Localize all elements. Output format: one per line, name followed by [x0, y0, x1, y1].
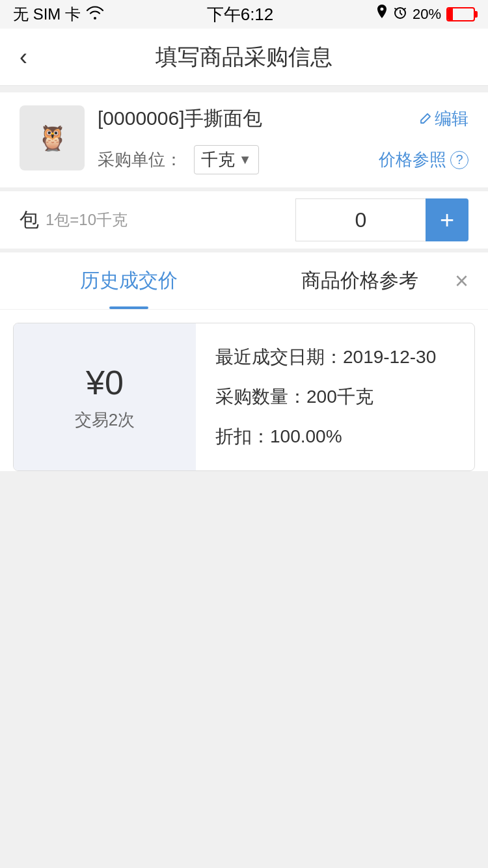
edit-button[interactable]: 编辑	[418, 107, 468, 130]
recent-date-value: 2019-12-30	[343, 347, 436, 367]
price-detail-discount: 折扣：100.00%	[215, 422, 455, 452]
product-thumbnail: 🦉	[20, 105, 85, 170]
unit-select[interactable]: 千克 ▼	[194, 145, 259, 174]
quantity-row: 包 1包=10千克 +	[0, 191, 488, 249]
edit-icon	[418, 112, 432, 126]
price-times: 交易2次	[75, 409, 135, 431]
unit-dropdown-arrow: ▼	[239, 152, 252, 167]
price-card-left: ¥0 交易2次	[14, 323, 196, 470]
tabs-header: 历史成交价 商品价格参考 ×	[0, 252, 488, 310]
status-bar-left: 无 SIM 卡	[13, 4, 104, 25]
quantity-plus-button[interactable]: +	[426, 198, 468, 241]
battery-percent: 20%	[413, 6, 441, 23]
tab-close-button[interactable]: ×	[448, 261, 475, 301]
product-unit-row: 采购单位： 千克 ▼ 价格参照 ?	[98, 145, 468, 174]
product-name: [0000006]手撕面包	[98, 105, 262, 132]
tab-history-price[interactable]: 历史成交价	[13, 252, 244, 309]
product-thumbnail-icon: 🦉	[37, 126, 68, 150]
back-button[interactable]: ‹	[13, 37, 34, 77]
bottom-area	[0, 471, 488, 861]
price-card: ¥0 交易2次 最近成交日期：2019-12-30 采购数量：200千克 折扣：…	[13, 323, 475, 471]
discount-value: 100.00%	[270, 426, 342, 446]
quantity-input[interactable]	[295, 198, 426, 241]
unit-value: 千克	[201, 148, 235, 171]
status-bar-time: 下午6:12	[207, 3, 274, 26]
price-ref-help-icon: ?	[450, 151, 468, 169]
price-detail-quantity: 采购数量：200千克	[215, 383, 455, 412]
tab-product-price-ref[interactable]: 商品价格参考	[244, 252, 475, 309]
price-ref-button[interactable]: 价格参照 ?	[379, 148, 468, 171]
tab-product-price-ref-label: 商品价格参考	[301, 267, 418, 294]
recent-date-label: 最近成交日期：	[215, 347, 343, 367]
price-amount: ¥0	[86, 363, 124, 402]
edit-label: 编辑	[435, 107, 468, 130]
quantity-control: +	[295, 198, 468, 241]
tabs-panel: 历史成交价 商品价格参考 × ¥0 交易2次 最近成交日期：2019-12-30…	[0, 252, 488, 471]
price-ref-label: 价格参照	[379, 148, 446, 171]
unit-label: 采购单位：	[98, 150, 182, 169]
tab-history-price-label: 历史成交价	[80, 267, 178, 294]
product-info: [0000006]手撕面包 编辑 采购单位： 千克 ▼ 价格参照 ?	[98, 105, 468, 174]
price-detail-recent-date: 最近成交日期：2019-12-30	[215, 343, 455, 372]
battery-icon	[446, 7, 475, 21]
tab-underline	[109, 306, 148, 309]
quantity-label: 包 1包=10千克	[20, 207, 128, 234]
quantity-value: 200千克	[306, 387, 373, 407]
status-bar-right: 20%	[376, 5, 475, 24]
page-title: 填写商品采购信息	[156, 42, 332, 72]
discount-label: 折扣：	[215, 426, 270, 446]
unit-section: 采购单位： 千克 ▼	[98, 145, 259, 174]
quantity-label-text: 采购数量：	[215, 387, 306, 407]
product-header: [0000006]手撕面包 编辑	[98, 105, 468, 132]
price-card-right: 最近成交日期：2019-12-30 采购数量：200千克 折扣：100.00%	[196, 323, 474, 470]
quantity-unit-hint: 1包=10千克	[46, 210, 128, 230]
nav-bar: ‹ 填写商品采购信息	[0, 29, 488, 86]
location-icon	[376, 5, 388, 24]
status-bar: 无 SIM 卡 下午6:12 20%	[0, 0, 488, 29]
quantity-unit-tag: 包	[20, 207, 39, 234]
sim-status: 无 SIM 卡	[13, 4, 81, 25]
product-card: 🦉 [0000006]手撕面包 编辑 采购单位： 千克 ▼ 价格参照 ?	[0, 92, 488, 187]
wifi-icon	[86, 5, 104, 23]
alarm-icon	[393, 5, 407, 23]
